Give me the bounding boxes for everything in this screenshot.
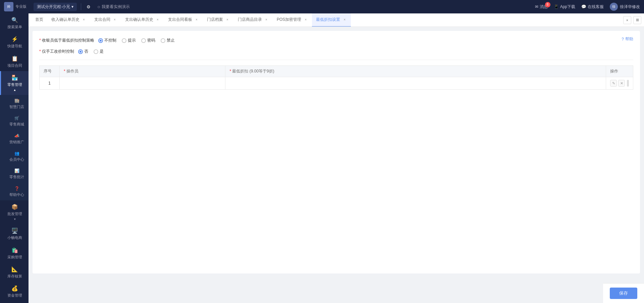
messages-btn[interactable]: ✉ 消息 8 — [535, 4, 548, 10]
project-selector[interactable]: 测试分开完程·小兄 ▾ — [34, 3, 77, 11]
lightning-icon: ⚡ — [11, 36, 18, 42]
th-action: 操作 — [606, 66, 633, 77]
service-icon: 💬 — [581, 4, 586, 9]
sidebar-item-label: 智慧门店 — [9, 104, 24, 109]
logo-area: 帅 专业版 — [4, 2, 31, 11]
th-min-discount: * 最低折扣 (9.00等于9折) — [225, 66, 606, 77]
tab-close-payment-contract-board[interactable]: × — [194, 17, 199, 22]
online-service-btn[interactable]: 💬 在线客服 — [581, 4, 604, 10]
sidebar-item-retail-mgmt[interactable]: 🏪 零售管理 ▲ — [0, 71, 29, 95]
delete-row-btn[interactable]: ✕ — [618, 80, 625, 87]
monitor-icon: 🖥️ — [11, 228, 18, 234]
divider — [81, 3, 81, 10]
messages-badge: 8 — [545, 2, 550, 7]
user-menu-btn[interactable]: 徐 徐泽华修改 — [610, 3, 640, 11]
sidebar-item-marketing[interactable]: 📣 营销推广 — [0, 130, 29, 148]
tab-bar-actions: × ⊞ — [623, 16, 641, 24]
sidebar-item-purchase[interactable]: 🛍️ 采购管理 — [0, 244, 29, 263]
store-icon: 🏪 — [11, 74, 18, 81]
discount-table: 序号 * 操作员 * 最低折扣 (9.00等于9折) 操作 — [39, 65, 633, 90]
tab-store-archive[interactable]: 门店档案 × — [203, 13, 234, 27]
cell-action: ✎ ✕ — [606, 77, 633, 90]
cell-operator — [60, 77, 225, 90]
tab-close-pos-password[interactable]: × — [303, 17, 308, 22]
table-header-row: 序号 * 操作员 * 最低折扣 (9.00等于9折) 操作 — [40, 66, 633, 77]
sidebar-item-retail-stats[interactable]: 📊 零售统计 — [0, 165, 29, 183]
sidebar-item-member[interactable]: 👥 会员中心 — [0, 148, 29, 165]
tab-close-store-goods-catalog[interactable]: × — [264, 17, 269, 22]
chevron-down-icon: ▾ — [14, 217, 16, 221]
sidebar-item-label: 采购管理 — [7, 255, 22, 259]
radio-manual-no[interactable]: 否 — [78, 49, 88, 54]
save-button[interactable]: 保存 — [610, 288, 637, 299]
tab-close-store-archive[interactable]: × — [225, 17, 230, 22]
radio-manual-yes[interactable]: 是 — [94, 49, 104, 54]
sidebar-item-search[interactable]: 🔍 搜索菜单 — [0, 13, 29, 33]
radio-prompt[interactable]: 提示 — [122, 38, 136, 43]
tab-close-payment-confirm-history[interactable]: × — [155, 17, 160, 22]
help-link[interactable]: ? 帮助 — [622, 36, 633, 42]
content-area: 首页 收入确认单历史 × 支出合同 × 支出确认单历史 × 支出合同看板 × 门… — [29, 13, 644, 303]
edit-row-btn[interactable]: ✎ — [610, 80, 617, 87]
main-layout: 🔍 搜索菜单 ⚡ 快捷导航 📋 项目合同 🏪 零售管理 ▲ 🏬 智慧门店 🛒 零… — [0, 13, 644, 303]
radio-icon-manual-no — [78, 49, 83, 54]
download-icon: 📱 — [554, 4, 559, 9]
tab-close-payment-contract[interactable]: × — [112, 17, 117, 22]
tab-payment-confirm-history[interactable]: 支出确认单历史 × — [121, 13, 164, 27]
tab-payment-contract-board[interactable]: 支出合同看板 × — [164, 13, 203, 27]
cashier-policy-radio-group: 不控制 提示 密码 禁 — [98, 38, 175, 43]
building-icon: 🏬 — [14, 98, 19, 103]
radio-icon-no-control — [98, 38, 103, 43]
form-section: * 收银员低于最低折扣控制策略 不控制 提示 — [39, 38, 633, 60]
radio-icon-manual-yes — [94, 49, 98, 54]
clipboard-icon: 📋 — [11, 55, 18, 62]
required-star-2: * — [39, 49, 41, 54]
sidebar-item-online-store[interactable]: 🛒 零售商城 — [0, 112, 29, 130]
sidebar-item-smart-store[interactable]: 🏬 智慧门店 — [0, 95, 29, 112]
question-icon: ❓ — [14, 186, 19, 191]
cell-min-discount — [225, 77, 606, 90]
radio-forbid[interactable]: 禁止 — [161, 38, 175, 43]
sidebar-item-help[interactable]: ❓ 帮助中心 — [0, 183, 29, 200]
sidebar-item-project-contract[interactable]: 📋 项目合同 — [0, 52, 29, 71]
tab-home[interactable]: 首页 — [31, 13, 47, 27]
shopping-icon: 🛍️ — [11, 247, 18, 253]
megaphone-icon: 📣 — [14, 134, 19, 138]
top-header: 帅 专业版 测试分开完程·小兄 ▾ ⚙ ○ 我要看实例演示 ✉ 消息 8 📱 A… — [0, 0, 644, 13]
sidebar-item-label: 零售统计 — [9, 174, 24, 179]
sidebar-item-ledger[interactable]: 📒 总账管理 — [0, 301, 29, 303]
tab-payment-contract[interactable]: 支出合同 × — [90, 13, 121, 27]
tab-menu-btn[interactable]: ⊞ — [633, 16, 641, 24]
drag-handle[interactable] — [627, 80, 629, 87]
tab-store-goods-catalog[interactable]: 门店商品目录 × — [234, 13, 273, 27]
close-tab-btn[interactable]: × — [623, 16, 631, 24]
cashier-policy-row: * 收银员低于最低折扣控制策略 不控制 提示 — [39, 38, 633, 43]
demo-link[interactable]: ○ 我要看实例演示 — [97, 4, 129, 10]
sidebar-item-shortcuts[interactable]: ⚡ 快捷导航 — [0, 33, 29, 52]
sidebar-item-finance[interactable]: 💰 资金管理 — [0, 282, 29, 301]
sidebar: 🔍 搜索菜单 ⚡ 快捷导航 📋 项目合同 🏪 零售管理 ▲ 🏬 智慧门店 🛒 零… — [0, 13, 29, 303]
page-content: ? 帮助 * 收银员低于最低折扣控制策略 不控制 — [29, 27, 644, 303]
action-btns: ✎ ✕ — [610, 80, 629, 87]
tab-income-history[interactable]: 收入确认单历史 × — [47, 13, 90, 27]
radio-no-control[interactable]: 不控制 — [98, 38, 116, 43]
tab-pos-password[interactable]: POS加密管理 × — [273, 13, 312, 27]
tab-close-min-discount[interactable]: × — [342, 17, 347, 22]
page-card: ? 帮助 * 收银员低于最低折扣控制策略 不控制 — [33, 31, 640, 273]
sidebar-item-ecommerce[interactable]: 🖥️ 小畅电商 — [0, 224, 29, 243]
manual-price-row: * 仅手工改价时控制 否 是 — [39, 49, 633, 54]
sidebar-item-inventory[interactable]: 📐 库存核算 — [0, 263, 29, 282]
sidebar-item-wholesale-mgmt[interactable]: 📦 批发管理 ▾ — [0, 200, 29, 224]
header-right: ✉ 消息 8 📱 App下载 💬 在线客服 徐 徐泽华修改 — [535, 3, 640, 11]
save-bar: 保存 — [603, 283, 644, 303]
tab-close-income-history[interactable]: × — [82, 17, 86, 22]
search-icon: 🔍 — [11, 17, 18, 23]
app-download-btn[interactable]: 📱 App下载 — [554, 4, 575, 10]
settings-icon[interactable]: ⚙ — [85, 3, 92, 10]
chevron-down-icon: ▲ — [13, 88, 16, 92]
radio-icon-prompt — [122, 38, 126, 43]
sidebar-item-label: 项目合同 — [7, 63, 22, 68]
radio-password[interactable]: 密码 — [141, 38, 155, 43]
tab-min-discount[interactable]: 最低折扣设置 × — [312, 13, 351, 27]
tab-bar: 首页 收入确认单历史 × 支出合同 × 支出确认单历史 × 支出合同看板 × 门… — [29, 13, 644, 27]
